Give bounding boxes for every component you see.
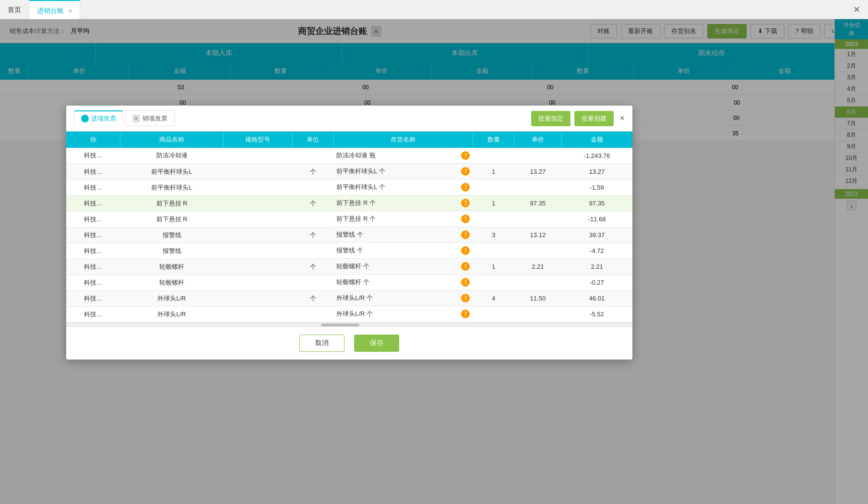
save-button[interactable]: 保存 [354,335,399,352]
cell-amount: -0.27 [561,275,632,290]
cell-stock: 轮毂螺杆 个! [333,275,473,290]
tab-home[interactable]: 首页 [0,0,29,19]
th-spec: 规格型号 [224,132,293,148]
cell-spec [224,259,293,275]
cell-unit-price [514,148,561,164]
tab-ledger[interactable]: 进销台账 × [29,0,80,19]
dialog-scrollbar-thumb[interactable] [321,324,359,326]
cell-unit-price [514,180,561,195]
batch-create-button[interactable]: 批量创建 [574,111,614,126]
table-row: 科技…前下悬挂 R前下悬挂 R 个!-11.68 [66,211,632,227]
cell-spec [224,211,293,227]
warning-icon[interactable]: ! [461,151,470,160]
table-row: 科技…外球头L/R外球头L/R 个!-5.52 [66,306,632,322]
cell-stock: 防冻冷却液 瓶! [333,148,473,164]
cell-spec [224,180,293,195]
cell-stock: 轮毂螺杆 个! [333,259,473,275]
warning-icon[interactable]: ! [461,310,470,318]
dialog-close-button[interactable]: × [619,113,625,123]
table-header-row: 你 商品名称 规格型号 单位 存货名称 数量 单价 金额 [66,132,632,148]
cell-company: 科技… [66,259,120,275]
cell-product: 前下悬挂 R [120,211,224,227]
warning-icon[interactable]: ! [461,183,470,192]
cell-product: 轮毂螺杆 [120,275,224,290]
th-stock-name: 存货名称 [333,132,473,148]
dialog-actions: 批量指定 批量创建 [531,111,614,126]
batch-assign-button[interactable]: 批量指定 [531,111,571,126]
income-invoice-icon [81,115,89,122]
cell-quantity: 1 [473,259,514,275]
cell-product: 外球头L/R [120,290,224,306]
cell-spec [224,148,293,164]
cell-unit-price: 97.35 [514,195,561,211]
tab-income-invoice[interactable]: 进项发票 [74,110,123,126]
page-content: 销售成本计算方法： 月平均 商贸企业进销台账 ≡ 对账 重新开账 存货别名 生成… [0,19,868,504]
sales-invoice-icon: ≡ [132,115,140,122]
cell-unit: 个 [292,290,333,306]
cell-amount: 39.37 [561,227,632,243]
cell-spec [224,306,293,322]
cell-unit-price: 13.12 [514,227,561,243]
tab-bar: 首页 进销台账 × ✕ [0,0,868,19]
cell-stock: 前平衡杆球头L 个! [333,180,473,195]
table-row: 科技…轮毂螺杆轮毂螺杆 个!-0.27 [66,275,632,290]
th-unit: 单位 [292,132,333,148]
cell-company: 科技… [66,164,120,180]
cell-amount: -4.72 [561,243,632,259]
cell-unit [292,243,333,259]
dialog-table: 你 商品名称 规格型号 单位 存货名称 数量 单价 金额 科技…防冻冷却液防冻冷… [66,132,632,323]
warning-icon[interactable]: ! [461,278,470,287]
cell-quantity [473,275,514,290]
th-unit-price: 单价 [514,132,561,148]
cell-quantity: 1 [473,164,514,180]
cell-product: 外球头L/R [120,306,224,322]
cell-quantity: 4 [473,290,514,306]
cell-unit-price [514,306,561,322]
cell-spec [224,290,293,306]
cell-product: 前平衡杆球头L [120,164,224,180]
cell-spec [224,275,293,290]
table-row: 科技…外球头L/R个外球头L/R 个!411.5046.01 [66,290,632,306]
cell-spec [224,164,293,180]
cell-company: 科技… [66,180,120,195]
cell-stock: 前平衡杆球头L 个! [333,164,473,180]
th-company: 你 [66,132,120,148]
cell-quantity [473,180,514,195]
tab-close-icon[interactable]: × [69,8,72,14]
warning-icon[interactable]: ! [461,215,470,223]
cell-unit: 个 [292,164,333,180]
table-row: 科技…前平衡杆球头L前平衡杆球头L 个!-1.59 [66,180,632,195]
cell-quantity: 3 [473,227,514,243]
cell-company: 科技… [66,148,120,164]
cell-amount: 2.21 [561,259,632,275]
warning-icon[interactable]: ! [461,262,470,271]
warning-icon[interactable]: ! [461,230,470,239]
cell-amount: -1.59 [561,180,632,195]
cell-quantity [473,148,514,164]
cell-company: 科技… [66,227,120,243]
cell-amount: -11.68 [561,211,632,227]
cell-company: 科技… [66,306,120,322]
table-row: 科技…报警线报警线 个!-4.72 [66,243,632,259]
dialog-table-container[interactable]: 你 商品名称 规格型号 单位 存货名称 数量 单价 金额 科技…防冻冷却液防冻冷… [66,132,632,323]
warning-icon[interactable]: ! [461,167,470,176]
warning-icon[interactable]: ! [461,294,470,302]
cell-amount: -1,243.76 [561,148,632,164]
cell-unit [292,180,333,195]
window-close-button[interactable]: ✕ [849,4,864,15]
cell-unit [292,148,333,164]
cell-spec [224,195,293,211]
main-page: 销售成本计算方法： 月平均 商贸企业进销台账 ≡ 对账 重新开账 存货别名 生成… [0,19,868,504]
warning-icon[interactable]: ! [461,199,470,207]
tab-sales-invoice[interactable]: ≡ 销项发票 [125,110,175,126]
cell-company: 科技… [66,211,120,227]
warning-icon[interactable]: ! [461,246,470,255]
dialog-scrollbar[interactable] [66,323,632,326]
cell-unit: 个 [292,259,333,275]
cancel-button[interactable]: 取消 [299,335,345,352]
cell-company: 科技… [66,195,120,211]
cell-unit-price: 2.21 [514,259,561,275]
cell-product: 防冻冷却液 [120,148,224,164]
th-amount: 金额 [561,132,632,148]
cell-amount: -5.52 [561,306,632,322]
